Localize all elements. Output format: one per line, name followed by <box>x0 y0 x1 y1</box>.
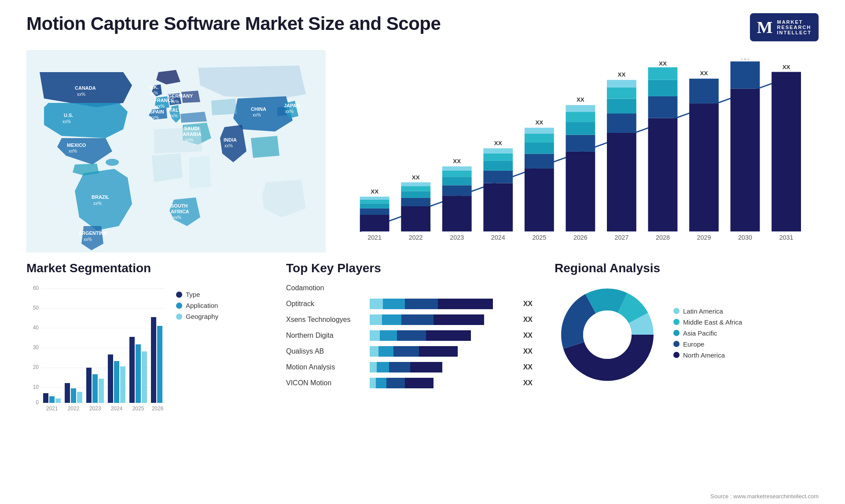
europe-label: Europe <box>683 340 704 348</box>
player-row: VICON Motion XX <box>286 377 533 389</box>
svg-rect-78 <box>648 118 678 232</box>
player-value: XX <box>523 347 533 355</box>
segmentation-title: Market Segmentation <box>26 261 273 275</box>
svg-text:20: 20 <box>33 364 39 370</box>
svg-text:SAUDI: SAUDI <box>184 126 199 131</box>
type-color-dot <box>176 292 182 298</box>
svg-rect-158 <box>370 362 377 373</box>
svg-text:2026: 2026 <box>573 234 588 241</box>
svg-rect-87 <box>731 62 760 89</box>
svg-rect-64 <box>525 128 554 134</box>
seg-legend: Type Application Geography <box>176 282 218 324</box>
na-dot <box>673 352 680 358</box>
player-row: Qualisys AB XX <box>286 345 533 358</box>
player-bar <box>370 314 515 326</box>
svg-point-168 <box>583 310 632 359</box>
svg-text:40: 40 <box>33 325 39 331</box>
player-name: Codamotion <box>286 284 365 292</box>
svg-text:xx%: xx% <box>151 115 159 120</box>
svg-rect-46 <box>401 183 430 186</box>
svg-rect-49 <box>442 185 472 196</box>
player-row: Codamotion <box>286 282 533 294</box>
growth-bar-chart: XX XX XX XX <box>339 59 801 261</box>
geography-color-dot <box>176 314 182 320</box>
svg-rect-129 <box>136 344 141 403</box>
svg-text:xx%: xx% <box>156 104 165 109</box>
svg-text:XX: XX <box>617 71 625 78</box>
svg-rect-162 <box>370 378 376 388</box>
svg-rect-117 <box>49 396 55 403</box>
svg-rect-83 <box>689 103 719 231</box>
na-label: North America <box>683 351 725 359</box>
player-value: XX <box>523 379 533 387</box>
svg-rect-38 <box>360 203 389 208</box>
svg-rect-146 <box>370 314 382 325</box>
svg-text:XX: XX <box>700 70 708 77</box>
svg-text:INDIA: INDIA <box>224 137 237 142</box>
player-row: Optitrack XX <box>286 298 533 310</box>
player-value: XX <box>523 316 533 324</box>
svg-rect-45 <box>401 186 430 191</box>
top-grid: CANADA xx% U.S. xx% MEXICO xx% BRAZIL xx… <box>26 50 819 252</box>
svg-text:2025: 2025 <box>532 234 546 241</box>
svg-text:2030: 2030 <box>738 234 752 241</box>
svg-rect-72 <box>607 133 636 231</box>
svg-rect-121 <box>77 392 82 403</box>
svg-rect-125 <box>108 354 113 403</box>
legend-latin: Latin America <box>673 307 742 315</box>
svg-point-1 <box>106 159 119 166</box>
regional-legend: Latin America Middle East & Africa Asia … <box>673 307 742 362</box>
logo-text-block: MARKET RESEARCH INTELLECT <box>777 19 812 35</box>
regional-section: Regional Analysis <box>555 261 819 414</box>
svg-text:2021: 2021 <box>46 405 58 412</box>
logo: M MARKET RESEARCH INTELLECT <box>750 13 819 41</box>
svg-text:2027: 2027 <box>615 234 629 241</box>
svg-text:xx%: xx% <box>84 237 92 242</box>
svg-text:xx%: xx% <box>253 113 261 117</box>
svg-text:2029: 2029 <box>697 234 711 241</box>
svg-text:2024: 2024 <box>491 234 505 241</box>
svg-rect-43 <box>401 198 430 206</box>
svg-text:xx%: xx% <box>173 215 181 220</box>
svg-text:xx%: xx% <box>171 99 179 104</box>
svg-rect-60 <box>525 168 554 231</box>
svg-rect-118 <box>55 398 61 403</box>
svg-text:ITALY: ITALY <box>168 107 182 113</box>
svg-text:xx%: xx% <box>169 113 178 118</box>
logo-line2: RESEARCH <box>777 25 812 30</box>
player-bar-svg <box>370 377 515 389</box>
player-bar <box>370 377 515 389</box>
svg-rect-57 <box>483 153 513 161</box>
svg-rect-55 <box>483 171 513 183</box>
svg-rect-142 <box>370 299 383 309</box>
application-label: Application <box>186 302 218 309</box>
player-name: VICON Motion <box>286 379 365 387</box>
svg-text:U.S.: U.S. <box>64 113 73 118</box>
player-row: Northern Digita XX <box>286 329 533 342</box>
geography-label: Geography <box>186 313 218 320</box>
svg-text:2026: 2026 <box>152 405 164 412</box>
svg-text:XX: XX <box>412 174 420 181</box>
svg-rect-150 <box>370 330 380 341</box>
player-bar <box>370 282 525 294</box>
player-bar <box>370 361 515 373</box>
player-bar-svg <box>370 361 515 373</box>
svg-text:SPAIN: SPAIN <box>150 109 164 114</box>
svg-rect-89 <box>772 72 801 232</box>
svg-rect-154 <box>370 346 378 357</box>
latin-dot <box>673 308 680 314</box>
application-color-dot <box>176 303 182 309</box>
svg-rect-86 <box>731 89 760 232</box>
svg-text:MEXICO: MEXICO <box>67 142 86 148</box>
player-bar <box>370 298 515 310</box>
bottom-grid: Market Segmentation 60 50 40 30 20 10 0 <box>26 261 819 414</box>
svg-rect-62 <box>525 142 554 154</box>
svg-rect-126 <box>114 361 119 403</box>
svg-rect-131 <box>151 317 156 403</box>
svg-text:2025: 2025 <box>132 405 144 412</box>
svg-text:ARGENTINA: ARGENTINA <box>78 230 107 236</box>
segmentation-section: Market Segmentation 60 50 40 30 20 10 0 <box>26 261 273 414</box>
svg-rect-44 <box>401 191 430 198</box>
svg-text:xx%: xx% <box>77 92 85 97</box>
svg-text:30: 30 <box>33 344 39 351</box>
